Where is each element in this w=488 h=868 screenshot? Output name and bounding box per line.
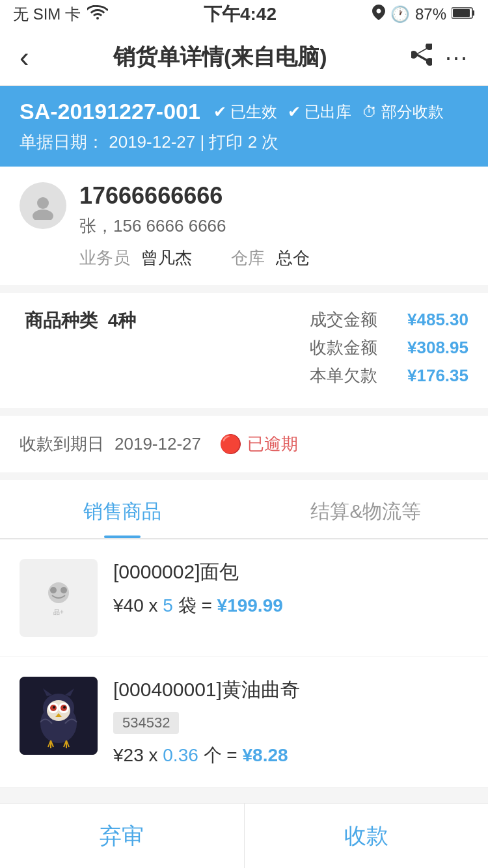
bottom-bar: 弃审 收款 xyxy=(0,803,488,868)
svg-text:品+: 品+ xyxy=(53,608,64,616)
page-title: 销货单详情(来自电脑) xyxy=(113,42,327,72)
svg-point-20 xyxy=(63,706,66,709)
status-right: 🕐 87% xyxy=(372,5,475,24)
alarm-icon: 🕐 xyxy=(390,5,410,23)
amount-summary: 成交金额 ¥485.30 收款金额 ¥308.95 本单欠款 ¥176.35 xyxy=(310,308,468,392)
product-price-2: ¥23 x 0.36 个 = ¥8.28 xyxy=(113,743,468,768)
tab-bar: 销售商品 结算&物流等 xyxy=(0,480,488,539)
customer-info: 17666666666 张，156 6666 6666 业务员 曾凡杰 仓库 总… xyxy=(79,182,468,269)
svg-point-4 xyxy=(33,210,53,220)
customer-name: 17666666666 xyxy=(79,182,468,210)
svg-point-6 xyxy=(50,587,57,593)
collect-payment-button[interactable]: 收款 xyxy=(245,804,489,868)
more-icon[interactable]: ··· xyxy=(445,44,468,71)
battery-label: 87% xyxy=(415,5,446,23)
customer-section: 17666666666 张，156 6666 6666 业务员 曾凡杰 仓库 总… xyxy=(0,167,488,293)
overdue-icon: 🔴 xyxy=(219,433,242,455)
clock-icon: ⏱ xyxy=(362,103,377,121)
back-button[interactable]: ‹ xyxy=(20,41,29,74)
due-date-value: 2019-12-27 xyxy=(115,434,201,454)
product-info-2: [000400001]黄油曲奇 534532 ¥23 x 0.36 个 = ¥8… xyxy=(113,677,468,768)
wifi-icon xyxy=(87,5,108,23)
status-partial-payment: ⏱ 部分收款 xyxy=(362,102,444,122)
product-badge-2: 534532 xyxy=(113,712,179,734)
status-shipped: ✔ 已出库 xyxy=(288,102,351,122)
check-icon-1: ✔ xyxy=(213,103,226,121)
owed-amount-row: 本单欠款 ¥176.35 xyxy=(310,364,468,387)
check-icon-2: ✔ xyxy=(288,103,301,121)
product-thumbnail-1: 品+ xyxy=(20,559,98,637)
svg-point-7 xyxy=(61,587,67,593)
svg-point-19 xyxy=(53,706,55,709)
overdue-text: 已逾期 xyxy=(247,433,298,455)
customer-sub: 张，156 6666 6666 xyxy=(79,215,468,237)
battery-icon xyxy=(452,5,475,23)
category-field: 商品种类 4种 xyxy=(20,308,136,392)
product-name-2: [000400001]黄油曲奇 xyxy=(113,677,468,703)
svg-rect-1 xyxy=(472,10,474,16)
reject-review-button[interactable]: 弃审 xyxy=(0,804,245,868)
status-left: 无 SIM 卡 xyxy=(13,4,108,25)
warehouse-field: 仓库 总仓 xyxy=(231,247,310,269)
due-date-label: 收款到期日 xyxy=(20,433,104,455)
sim-label: 无 SIM 卡 xyxy=(13,4,81,25)
svg-point-3 xyxy=(37,197,49,209)
product-name-1: [0000002]面包 xyxy=(113,559,468,586)
tab-settlement-logistics[interactable]: 结算&物流等 xyxy=(244,480,488,538)
order-header: SA-20191227-001 ✔ 已生效 ✔ 已出库 ⏱ 部分收款 单据日期：… xyxy=(0,86,488,167)
product-info-1: [0000002]面包 ¥40 x 5 袋 = ¥199.99 xyxy=(113,559,468,618)
customer-meta: 业务员 曾凡杰 仓库 总仓 xyxy=(79,247,468,269)
share-icon[interactable] xyxy=(411,44,432,71)
location-icon xyxy=(372,5,385,24)
table-row: [000400001]黄油曲奇 534532 ¥23 x 0.36 个 = ¥8… xyxy=(0,657,488,788)
overdue-badge: 🔴 已逾期 xyxy=(211,430,306,458)
salesperson-field: 业务员 曾凡杰 xyxy=(79,247,192,269)
due-date-section: 收款到期日 2019-12-27 🔴 已逾期 xyxy=(0,416,488,480)
status-effective: ✔ 已生效 xyxy=(213,102,277,122)
received-amount-row: 收款金额 ¥308.95 xyxy=(310,336,468,359)
status-time: 下午4:42 xyxy=(204,2,277,27)
table-row: 品+ [0000002]面包 ¥40 x 5 袋 = ¥199.99 xyxy=(0,539,488,657)
product-thumbnail-2 xyxy=(20,677,98,755)
product-price-1: ¥40 x 5 袋 = ¥199.99 xyxy=(113,593,468,618)
nav-bar: ‹ 销货单详情(来自电脑) ··· xyxy=(0,29,488,86)
summary-section: 商品种类 4种 成交金额 ¥485.30 收款金额 ¥308.95 本单欠款 ¥… xyxy=(0,293,488,416)
avatar xyxy=(20,182,66,229)
tab-sales-products[interactable]: 销售商品 xyxy=(0,480,244,538)
order-id: SA-20191227-001 xyxy=(20,99,200,124)
status-bar: 无 SIM 卡 下午4:42 🕐 87% xyxy=(0,0,488,29)
svg-rect-2 xyxy=(453,9,470,17)
order-date-line: 单据日期： 2019-12-27 | 打印 2 次 xyxy=(20,131,468,154)
product-list: 品+ [0000002]面包 ¥40 x 5 袋 = ¥199.99 xyxy=(0,539,488,788)
svg-point-5 xyxy=(48,582,69,603)
deal-amount-row: 成交金额 ¥485.30 xyxy=(310,308,468,331)
nav-actions: ··· xyxy=(411,44,468,71)
